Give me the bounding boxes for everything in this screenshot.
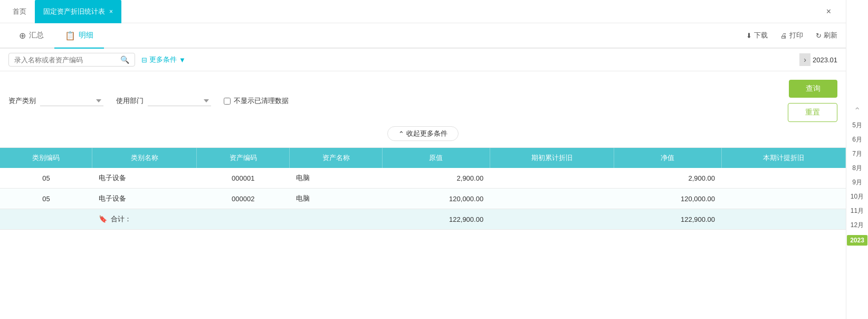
- summary-icon: ⊕: [19, 31, 26, 41]
- tab-summary-label: 汇总: [29, 31, 44, 40]
- filter-row: 资产类别 使用部门 不显示已清理数据 查询 重置: [8, 80, 837, 122]
- sidebar-month-6[interactable]: 6月: [848, 133, 866, 146]
- table-total-row: 🔖 合计： 122,900.00 122,900.00: [0, 209, 846, 230]
- print-label: 打印: [789, 31, 803, 40]
- top-nav: 首页 固定资产折旧统计表 × ×: [0, 0, 846, 23]
- sidebar-month-8[interactable]: 8月: [848, 162, 866, 175]
- collapse-icon: ⌃: [398, 130, 404, 138]
- refresh-label: 刷新: [824, 31, 837, 40]
- refresh-icon: ↻: [816, 32, 822, 40]
- collapse-label: 收起更多条件: [406, 129, 447, 138]
- table-header-row: 类别编码 类别名称 资产编码 资产名称 原值 期初累计折旧 净值 本期计提折旧: [0, 148, 846, 168]
- td-total-period: [721, 209, 845, 230]
- tab-bar: ⊕ 汇总 📋 明细 ⬇ 下载 🖨 打印 ↻ 刷新: [0, 23, 846, 49]
- td-period-dep: [721, 168, 845, 189]
- sidebar-month-7[interactable]: 7月: [848, 147, 866, 161]
- dept-field: 使用部门: [116, 96, 211, 106]
- td-cat-code: 05: [0, 189, 92, 209]
- download-label: 下载: [754, 31, 768, 40]
- tab-summary[interactable]: ⊕ 汇总: [8, 23, 54, 49]
- search-input[interactable]: [14, 56, 120, 64]
- sidebar-month-12[interactable]: 12月: [846, 219, 868, 232]
- th-accum-dep: 期初累计折旧: [490, 148, 614, 168]
- td-asset-code: 000002: [197, 189, 290, 209]
- td-original: 120,000.00: [383, 189, 490, 209]
- td-period-dep: [721, 189, 845, 209]
- td-accum-dep: [490, 189, 614, 209]
- collapse-row: ⌃ 收起更多条件: [8, 122, 837, 141]
- th-asset-name: 资产名称: [290, 148, 383, 168]
- td-cat-name: 电子设备: [92, 189, 197, 209]
- detail-icon: 📋: [65, 31, 75, 41]
- table-wrap: 类别编码 类别名称 资产编码 资产名称 原值 期初累计折旧 净值 本期计提折旧 …: [0, 148, 846, 319]
- print-button[interactable]: 🖨 打印: [780, 31, 803, 40]
- asset-type-select[interactable]: [40, 96, 103, 106]
- td-original: 2,900.00: [383, 168, 490, 189]
- asset-type-label: 资产类别: [8, 96, 36, 106]
- data-table: 类别编码 类别名称 资产编码 资产名称 原值 期初累计折旧 净值 本期计提折旧 …: [0, 148, 846, 230]
- filter-icon: ⊟: [141, 56, 147, 64]
- th-cat-code: 类别编码: [0, 148, 92, 168]
- td-net-value: 2,900.00: [614, 168, 722, 189]
- search-bar: 🔍 ⊟ 更多条件 ▼ › 2023.01: [0, 49, 846, 71]
- tab-close-icon[interactable]: ×: [109, 8, 113, 15]
- tab-actions: ⬇ 下载 🖨 打印 ↻ 刷新: [746, 31, 837, 40]
- td-asset-name: 电脑: [290, 168, 383, 189]
- dept-label: 使用部门: [116, 96, 144, 106]
- sidebar-month-5[interactable]: 5月: [848, 119, 866, 132]
- td-total-label: 🔖 合计：: [92, 209, 197, 230]
- tab-detail[interactable]: 📋 明细: [54, 23, 104, 49]
- query-button[interactable]: 查询: [789, 80, 837, 98]
- dept-select[interactable]: [148, 96, 211, 106]
- td-total-empty2: [197, 209, 290, 230]
- table-row: 05 电子设备 000001 电脑 2,900.00 2,900.00: [0, 168, 846, 189]
- sidebar-month-11[interactable]: 11月: [846, 204, 868, 218]
- td-cat-name: 电子设备: [92, 168, 197, 189]
- th-cat-name: 类别名称: [92, 148, 197, 168]
- asset-type-field: 资产类别: [8, 96, 103, 106]
- sidebar-scroll-up[interactable]: ⌃: [854, 106, 861, 116]
- th-net-value: 净值: [614, 148, 722, 168]
- table-row: 05 电子设备 000002 电脑 120,000.00 120,000.00: [0, 189, 846, 209]
- date-nav: › 2023.01: [799, 53, 837, 66]
- no-cleared-field: 不显示已清理数据: [224, 96, 289, 106]
- total-icon: 🔖: [99, 215, 107, 223]
- more-filter-arrow: ▼: [179, 56, 186, 64]
- td-cat-code: 05: [0, 168, 92, 189]
- no-cleared-label: 不显示已清理数据: [234, 96, 289, 106]
- th-original: 原值: [383, 148, 490, 168]
- more-filter-button[interactable]: ⊟ 更多条件 ▼: [141, 55, 186, 64]
- refresh-button[interactable]: ↻ 刷新: [816, 31, 837, 40]
- sidebar-month-9[interactable]: 9月: [848, 176, 866, 189]
- td-net-value: 120,000.00: [614, 189, 722, 209]
- date-nav-arrow[interactable]: ›: [799, 53, 810, 66]
- td-total-original: 122,900.00: [383, 209, 490, 230]
- td-accum-dep: [490, 168, 614, 189]
- active-tab-label: 固定资产折旧统计表: [43, 7, 105, 16]
- download-icon: ⬇: [746, 32, 752, 40]
- search-icon[interactable]: 🔍: [120, 55, 129, 64]
- filter-panel: 资产类别 使用部门 不显示已清理数据 查询 重置 ⌃: [0, 71, 846, 148]
- td-asset-code: 000001: [197, 168, 290, 189]
- reset-button[interactable]: 重置: [788, 103, 837, 122]
- td-total-empty3: [290, 209, 383, 230]
- more-filter-label: 更多条件: [149, 55, 177, 64]
- sidebar-year-badge[interactable]: 2023: [847, 235, 867, 246]
- td-asset-name: 电脑: [290, 189, 383, 209]
- download-button[interactable]: ⬇ 下载: [746, 31, 768, 40]
- th-asset-code: 资产编码: [197, 148, 290, 168]
- date-label: 2023.01: [813, 56, 837, 64]
- window-close-button[interactable]: ×: [818, 7, 840, 16]
- td-total-accum: [490, 209, 614, 230]
- td-total-net: 122,900.00: [614, 209, 722, 230]
- filter-btn-row: 查询 重置: [788, 80, 837, 122]
- th-period-dep: 本期计提折旧: [721, 148, 845, 168]
- no-cleared-checkbox[interactable]: [224, 98, 231, 105]
- active-tab[interactable]: 固定资产折旧统计表 ×: [35, 0, 121, 23]
- collapse-button[interactable]: ⌃ 收起更多条件: [387, 126, 459, 141]
- tab-detail-label: 明细: [79, 31, 93, 40]
- home-tab[interactable]: 首页: [6, 7, 33, 16]
- td-total-empty1: [0, 209, 92, 230]
- print-icon: 🖨: [780, 32, 787, 40]
- sidebar-month-10[interactable]: 10月: [846, 190, 868, 203]
